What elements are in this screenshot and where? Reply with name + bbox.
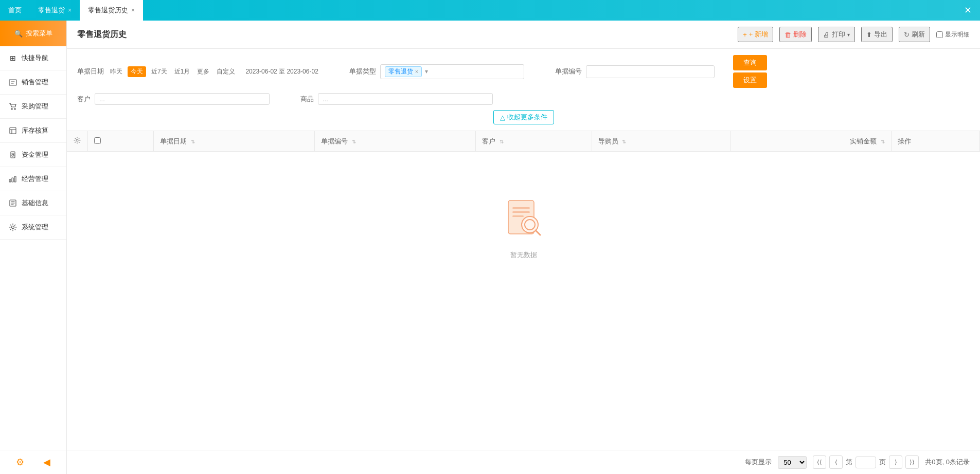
- print-icon: 🖨: [823, 31, 830, 39]
- sidebar-bottom: ⚙ ◀: [0, 450, 66, 474]
- date-options: 昨天 今天 近7天 近1月 更多 自定义: [108, 66, 237, 77]
- th-date[interactable]: 单据日期 ⇅: [154, 131, 315, 152]
- display-detail-label: 显示明细: [945, 30, 970, 39]
- sidebar-item-finance[interactable]: 资金管理: [0, 143, 66, 167]
- inventory-icon: [8, 126, 17, 135]
- th-customer[interactable]: 客户 ⇅: [476, 131, 592, 152]
- sidebar-item-system[interactable]: 系统管理: [0, 215, 66, 240]
- svg-rect-0: [9, 80, 16, 85]
- th-settings[interactable]: [67, 131, 88, 152]
- voucher-no-input[interactable]: [586, 65, 715, 78]
- tab-list: 首页 零售退货 × 零售退货历史 ×: [0, 0, 143, 21]
- date-option-1month[interactable]: 近1月: [172, 66, 192, 77]
- th-voucher-no-sort-icon: ⇅: [352, 139, 356, 144]
- next-page-button[interactable]: ⟩: [889, 455, 902, 469]
- date-option-7days[interactable]: 近7天: [149, 66, 169, 77]
- th-actual-amount-sort-icon: ⇅: [881, 139, 885, 144]
- tab-retail-return-close[interactable]: ×: [68, 7, 72, 14]
- customer-filter: 客户 ...: [77, 93, 270, 105]
- display-detail-toggle[interactable]: 显示明细: [936, 30, 970, 39]
- last-page-button[interactable]: ⟩⟩: [905, 455, 919, 469]
- th-voucher-no[interactable]: 单据编号 ⇅: [315, 131, 476, 152]
- sidebar-item-sales[interactable]: 销售管理: [0, 70, 66, 95]
- goods-input[interactable]: ...: [318, 93, 493, 105]
- operations-icon: [8, 174, 17, 184]
- sidebar-item-inventory-label: 库存核算: [22, 126, 48, 135]
- page-number-input[interactable]: 1: [856, 457, 876, 468]
- svg-rect-8: [14, 176, 16, 182]
- data-table: 单据日期 ⇅ 单据编号 ⇅ 客户 ⇅ 导购员 ⇅: [67, 131, 980, 152]
- sidebar-item-basic-info[interactable]: 基础信息: [0, 191, 66, 215]
- th-checkbox[interactable]: [88, 131, 154, 152]
- date-option-today[interactable]: 今天: [128, 66, 146, 77]
- tab-retail-return-label: 零售退货: [38, 6, 65, 15]
- svg-point-5: [12, 154, 14, 156]
- th-actual-amount[interactable]: 实销金额 ⇅: [730, 131, 891, 152]
- customer-input[interactable]: ...: [95, 93, 270, 105]
- filter-row-2: 客户 ... 商品 ...: [77, 93, 970, 105]
- export-button[interactable]: ⬆ 导出: [861, 27, 893, 42]
- delete-button[interactable]: 🗑 删除: [779, 27, 812, 42]
- tab-retail-return[interactable]: 零售退货 ×: [30, 0, 80, 21]
- page-size-label: 每页显示: [745, 458, 772, 467]
- tab-retail-return-history-close[interactable]: ×: [131, 7, 135, 14]
- empty-state-illustration: [498, 193, 549, 244]
- sidebar-item-purchase[interactable]: 采购管理: [0, 95, 66, 119]
- empty-text: 暂无数据: [510, 250, 537, 260]
- refresh-icon: ↻: [904, 31, 910, 39]
- voucher-type-dropdown-icon: ▾: [425, 68, 428, 75]
- window-close-icon[interactable]: ✕: [964, 5, 972, 16]
- select-all-checkbox[interactable]: [94, 137, 101, 144]
- page-header: 零售退货历史 + + 新增 🗑 删除 🖨 打印 ▾ ⬆ 导出: [67, 21, 980, 49]
- print-button[interactable]: 🖨 打印 ▾: [818, 27, 855, 42]
- sidebar-search-label: 搜索菜单: [26, 29, 52, 38]
- first-page-button[interactable]: ⟨⟨: [813, 455, 826, 469]
- th-voucher-no-label: 单据编号: [321, 137, 348, 145]
- sidebar-item-purchase-label: 采购管理: [22, 102, 48, 111]
- voucher-type-filter: 单据类型 零售退货 × ▾: [349, 64, 524, 79]
- goods-filter: 商品 ...: [300, 93, 493, 105]
- svg-point-10: [12, 226, 14, 229]
- svg-rect-7: [12, 178, 13, 182]
- table-footer: 每页显示 20 50 100 ⟨⟨ ⟨ 第 1 页 ⟩ ⟩⟩ 共0页, 0条记录: [67, 450, 980, 474]
- sidebar-item-inventory[interactable]: 库存核算: [0, 119, 66, 143]
- date-option-yesterday[interactable]: 昨天: [108, 66, 124, 77]
- query-button[interactable]: 查询: [733, 55, 767, 70]
- voucher-type-label: 单据类型: [349, 67, 376, 76]
- sidebar-item-operations-label: 经营管理: [22, 174, 48, 184]
- sidebar-item-quick-nav[interactable]: ⊞ 快捷导航: [0, 46, 66, 70]
- svg-rect-4: [11, 152, 15, 158]
- page-size-select[interactable]: 20 50 100: [778, 456, 807, 469]
- total-info: 共0页, 0条记录: [925, 458, 970, 467]
- basic-info-icon: [8, 198, 17, 208]
- settings-gear-icon[interactable]: ⚙: [16, 457, 24, 468]
- svg-rect-14: [512, 211, 530, 213]
- th-guide-sort-icon: ⇅: [622, 139, 626, 144]
- prev-page-button[interactable]: ⟨: [829, 455, 843, 469]
- header-actions: + + 新增 🗑 删除 🖨 打印 ▾ ⬆ 导出 ↻: [738, 27, 970, 42]
- display-detail-checkbox[interactable]: [936, 31, 943, 38]
- date-filter-label: 单据日期: [77, 67, 104, 76]
- pagination-controls: ⟨⟨ ⟨ 第 1 页 ⟩ ⟩⟩: [813, 455, 919, 469]
- svg-rect-15: [512, 215, 524, 217]
- export-icon: ⬆: [866, 31, 872, 39]
- sidebar-item-operations[interactable]: 经营管理: [0, 167, 66, 191]
- goods-placeholder: ...: [323, 95, 488, 103]
- voucher-type-tag-remove[interactable]: ×: [415, 68, 418, 75]
- refresh-button[interactable]: ↻ 刷新: [899, 27, 930, 42]
- date-option-more[interactable]: 更多: [195, 66, 211, 77]
- svg-rect-6: [9, 179, 11, 182]
- th-guide[interactable]: 导购员 ⇅: [592, 131, 730, 152]
- sidebar-search[interactable]: 🔍 搜索菜单: [0, 21, 66, 46]
- voucher-type-input[interactable]: 零售退货 × ▾: [380, 64, 524, 79]
- new-button[interactable]: + + 新增: [738, 27, 773, 42]
- sidebar-item-quick-nav-label: 快捷导航: [22, 53, 48, 63]
- collapse-sidebar-icon[interactable]: ◀: [43, 457, 50, 468]
- tab-home[interactable]: 首页: [0, 0, 30, 21]
- settings-button[interactable]: 设置: [733, 72, 767, 88]
- tab-retail-return-history[interactable]: 零售退货历史 ×: [80, 0, 143, 21]
- collapse-button[interactable]: △ 收起更多条件: [493, 110, 554, 124]
- customer-placeholder: ...: [99, 95, 265, 103]
- content-area: 零售退货历史 + + 新增 🗑 删除 🖨 打印 ▾ ⬆ 导出: [67, 21, 980, 474]
- date-option-custom[interactable]: 自定义: [215, 66, 237, 77]
